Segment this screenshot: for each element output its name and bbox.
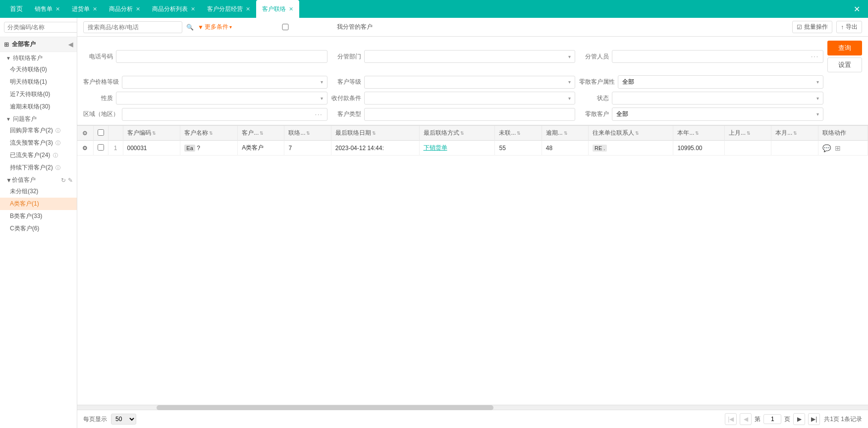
customer-level-column-header[interactable]: 客户...⇅: [238, 126, 284, 141]
pay-condition-input[interactable]: ▾: [364, 92, 576, 105]
price-level-input[interactable]: ▾: [122, 76, 327, 89]
sidebar-item-week-contact[interactable]: 近7天待联络(0): [0, 88, 77, 101]
row-checkbox[interactable]: [98, 144, 104, 151]
last-contact-date-column-header[interactable]: 最后联络日期⇅: [331, 126, 419, 141]
category-search-input[interactable]: [4, 22, 77, 33]
code-column-header[interactable]: 客户编码⇅: [123, 126, 180, 141]
close-customer-contact-tab[interactable]: ✕: [289, 6, 293, 12]
horizontal-scrollbar-track[interactable]: [77, 405, 868, 410]
search-button[interactable]: 🔍: [186, 24, 194, 31]
nav-tab-analysis-list[interactable]: 商品分析列表 ✕: [146, 0, 201, 18]
row-gear[interactable]: ⚙: [77, 141, 93, 156]
customer-type-input[interactable]: [364, 108, 576, 121]
nature-input[interactable]: ▾: [116, 92, 327, 105]
settings-button[interactable]: 设置: [827, 57, 862, 72]
total-pages-label: 页: [784, 415, 790, 424]
search-input[interactable]: [83, 21, 182, 33]
close-purchase-tab[interactable]: ✕: [93, 6, 97, 12]
my-customers-checkbox[interactable]: [236, 24, 335, 30]
name-column-header[interactable]: 客户名称⇅: [180, 126, 238, 141]
row-checkbox-cell[interactable]: [93, 141, 108, 156]
nav-tab-sales[interactable]: 销售单 ✕: [29, 0, 66, 18]
person-input[interactable]: ···: [612, 50, 823, 63]
last-month-column-header[interactable]: 上月...⇅: [725, 126, 771, 141]
filter-bar: 🔍 ▼ 更多条件 ▾ 我分管的客户 ☑ 批量操作 ↑ 导出: [77, 18, 868, 37]
row-customer-level: A类客户: [238, 141, 284, 156]
sidebar-item-class-c[interactable]: C类客户(6): [0, 222, 77, 235]
window-close-button[interactable]: ✕: [850, 4, 864, 14]
sidebar-item-tomorrow-contact[interactable]: 明天待联络(1): [0, 76, 77, 88]
overdue-column-header[interactable]: 逾期...⇅: [542, 126, 588, 141]
status-input[interactable]: ▾: [612, 92, 823, 105]
sidebar-collapse-button[interactable]: ◀: [68, 41, 73, 48]
contacts-column-header[interactable]: 往来单位联系人⇅: [588, 126, 673, 141]
gear-column-header[interactable]: ⚙: [77, 126, 93, 141]
first-page-button[interactable]: |◀: [725, 413, 737, 425]
prev-page-button[interactable]: ◀: [740, 413, 752, 425]
query-button[interactable]: 查询: [827, 41, 862, 55]
sidebar-item-churn-warning[interactable]: 流失预警客户(3) ⓘ: [0, 137, 77, 149]
export-button[interactable]: ↑ 导出: [836, 21, 862, 33]
this-month-column-header[interactable]: 本月...⇅: [771, 126, 818, 141]
close-customer-tier-tab[interactable]: ✕: [246, 6, 250, 12]
problem-customers-group-label: ▼ 问题客户: [0, 113, 77, 124]
sidebar-item-class-b[interactable]: B类客户(33): [0, 210, 77, 222]
close-analysis-tab[interactable]: ✕: [136, 6, 140, 12]
customer-level-label: 客户等级: [331, 78, 361, 86]
area-input[interactable]: ···: [122, 108, 327, 121]
nav-home[interactable]: 首页: [4, 0, 29, 18]
nav-tab-purchase[interactable]: 进货单 ✕: [66, 0, 103, 18]
retail-attr-input[interactable]: 全部 ▾: [618, 75, 823, 89]
uncontacted-column-header[interactable]: 未联...⇅: [495, 126, 542, 141]
message-icon[interactable]: 💬: [822, 144, 831, 152]
last-page-button[interactable]: ▶|: [808, 413, 820, 425]
phone-input[interactable]: [116, 50, 327, 63]
top-navigation: 首页 销售单 ✕ 进货单 ✕ 商品分析 ✕ 商品分析列表 ✕ 客户分层经营 ✕ …: [0, 0, 868, 18]
close-analysis-list-tab[interactable]: ✕: [191, 6, 195, 12]
value-group-icons: ↻ ✎: [61, 177, 73, 184]
customer-level-input[interactable]: ▾: [364, 76, 576, 89]
row-this-year: 10995.00: [673, 141, 725, 156]
price-level-field: 客户价格等级 ▾: [83, 76, 327, 89]
my-customers-filter[interactable]: 我分管的客户: [236, 23, 373, 31]
horizontal-scrollbar-thumb[interactable]: [157, 405, 493, 410]
row-uncontacted: 55: [495, 141, 542, 156]
batch-op-button[interactable]: ☑ 批量操作: [792, 21, 832, 33]
next-page-button[interactable]: ▶: [793, 413, 805, 425]
sidebar-item-overdue-contact[interactable]: 逾期未联络(30): [0, 101, 77, 113]
sidebar-item-today-contact[interactable]: 今天待联络(0): [0, 63, 77, 76]
refresh-icon[interactable]: ↻: [61, 177, 66, 184]
page-number-input[interactable]: [763, 414, 781, 424]
per-page-select[interactable]: 50 100 200: [111, 414, 136, 425]
person-field: 分管人员 ···: [579, 50, 823, 63]
check-column-header[interactable]: [93, 126, 108, 141]
row-last-contact-method[interactable]: 下销货单: [419, 141, 495, 156]
edit-icon[interactable]: ✎: [68, 177, 73, 184]
qr-icon[interactable]: ⊞: [835, 144, 841, 152]
row-last-contact-date: 2023-04-12 14:44:: [331, 141, 419, 156]
contact-count-column-header[interactable]: 联络...⇅: [284, 126, 331, 141]
total-records-info: 共1页 1条记录: [824, 415, 862, 424]
close-sales-tab[interactable]: ✕: [55, 6, 60, 12]
last-contact-method-column-header[interactable]: 最后联络方式⇅: [419, 126, 495, 141]
info-icon-3: ⓘ: [53, 153, 58, 158]
nav-tab-customer-tier[interactable]: 客户分层经营 ✕: [201, 0, 256, 18]
more-filters-button[interactable]: ▼ 更多条件 ▾: [198, 23, 232, 31]
sidebar-item-repurchase-abnormal[interactable]: 回购异常客户(2) ⓘ: [0, 124, 77, 137]
customer-level-field: 客户等级 ▾: [331, 76, 576, 89]
nav-tab-customer-contact[interactable]: 客户联络 ✕: [256, 0, 299, 18]
row-overdue: 48: [542, 141, 588, 156]
retail-customer-input[interactable]: 全部 ▾: [612, 107, 823, 121]
all-customers-header[interactable]: ⊞ 全部客户 ◀: [0, 37, 77, 52]
sidebar-item-ungrouped[interactable]: 未分组(32): [0, 185, 77, 198]
sidebar-item-class-a[interactable]: A类客户(1): [0, 198, 77, 210]
this-year-column-header[interactable]: 本年...⇅: [673, 126, 725, 141]
info-icon-2: ⓘ: [55, 140, 60, 146]
nav-tab-analysis[interactable]: 商品分析 ✕: [103, 0, 146, 18]
dept-input[interactable]: ▾: [364, 50, 576, 63]
name-sort-icon: ⇅: [209, 131, 213, 136]
sidebar-item-churned[interactable]: 已流失客户(24) ⓘ: [0, 149, 77, 161]
row-code[interactable]: 000031: [123, 141, 180, 156]
select-all-checkbox[interactable]: [98, 129, 104, 136]
sidebar-item-declining[interactable]: 持续下滑客户(2) ⓘ: [0, 161, 77, 174]
